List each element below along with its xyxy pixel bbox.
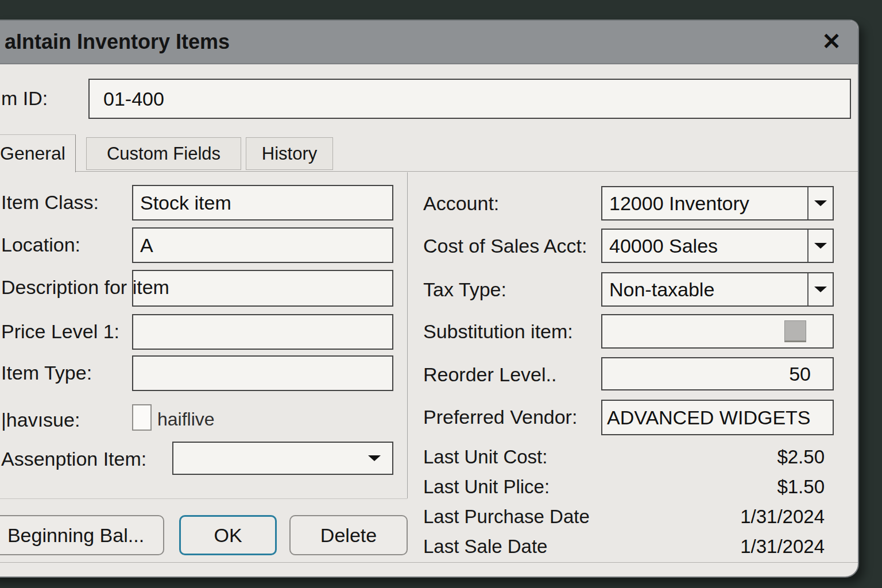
item-id-input[interactable]: 01-400 <box>88 79 851 119</box>
account-label: Account: <box>423 192 499 215</box>
price-level-input[interactable] <box>132 314 393 350</box>
delete-button[interactable]: Delete <box>289 515 408 555</box>
last-unit-price-label: Last Unit Plice: <box>423 476 550 498</box>
close-icon[interactable]: ✕ <box>818 28 845 55</box>
cost-of-sales-label: Cost of Sales Acct: <box>423 235 587 257</box>
item-id-label: m ID: <box>1 87 48 110</box>
tax-type-dropdown-button[interactable] <box>807 273 833 305</box>
dialog-title: aIntain Inventory Items <box>5 30 230 54</box>
last-unit-price-value: $1.50 <box>777 476 825 498</box>
tab-history[interactable]: History <box>246 137 333 170</box>
cost-of-sales-dropdown[interactable]: 40000 Sales <box>601 229 834 263</box>
item-type-label: Item Type: <box>1 362 92 384</box>
substitution-lookup-button[interactable] <box>784 320 806 342</box>
item-class-label: Item Class: <box>1 191 99 214</box>
ok-button[interactable]: OK <box>179 515 277 555</box>
description-input[interactable] <box>132 270 393 307</box>
account-dropdown-button[interactable] <box>807 187 833 219</box>
last-sale-date-value: 1/31/2024 <box>740 536 825 558</box>
reorder-level-input[interactable]: 50 <box>601 357 834 390</box>
preferred-vendor-input[interactable]: ADVANCED WIDGETS <box>601 400 834 435</box>
chevron-down-icon <box>814 287 827 292</box>
tab-custom-fields[interactable]: Custom Fields <box>86 137 241 170</box>
cost-of-sales-dropdown-button[interactable] <box>807 230 833 262</box>
tax-type-dropdown[interactable]: Non-taxable <box>601 272 834 307</box>
substitution-item-label: Substitution item: <box>423 320 573 343</box>
dialog-window: aIntain Inventory Items ✕ m ID: 01-400 G… <box>0 20 859 578</box>
price-level-label: Price Level 1: <box>1 320 119 343</box>
column-divider <box>407 172 408 498</box>
tab-panel-border <box>0 171 859 172</box>
cost-of-sales-value: 40000 Sales <box>609 235 718 257</box>
item-class-input[interactable]: Stock item <box>132 185 393 220</box>
account-dropdown[interactable]: 12000 Inventory <box>601 186 834 220</box>
beginning-balances-button[interactable]: Beginning Bal... <box>0 515 164 555</box>
assenption-item-dropdown[interactable] <box>172 442 393 475</box>
substitution-item-input[interactable] <box>601 314 834 349</box>
inactive-row-label: |havısue: <box>1 409 80 431</box>
desktop-background: aIntain Inventory Items ✕ m ID: 01-400 G… <box>0 0 882 588</box>
status-bar-divider <box>0 562 859 563</box>
chevron-down-icon <box>814 200 827 206</box>
chevron-down-icon <box>814 243 827 249</box>
preferred-vendor-label: Preferred Vendor: <box>423 406 577 428</box>
last-purchase-date-value: 1/31/2024 <box>740 506 825 528</box>
tax-type-label: Tax Type: <box>423 278 506 301</box>
inactive-checkbox-label: haiflive <box>157 409 215 430</box>
tax-type-value: Non-taxable <box>609 278 714 301</box>
location-input[interactable]: A <box>132 227 393 263</box>
account-value: 12000 Inventory <box>609 192 749 215</box>
last-sale-date-label: Last Sale Date <box>423 536 547 558</box>
chevron-down-icon <box>368 455 381 461</box>
last-purchase-date-label: Last Purchase Date <box>423 506 590 528</box>
title-bar[interactable]: aIntain Inventory Items ✕ <box>0 21 858 64</box>
description-label: Description for item <box>1 276 169 299</box>
inactive-checkbox[interactable] <box>132 404 152 431</box>
last-unit-cost-value: $2.50 <box>777 446 825 468</box>
last-unit-cost-label: Last Unit Cost: <box>423 446 547 468</box>
tab-general[interactable]: General <box>0 134 76 172</box>
reorder-level-label: Reorder Level.. <box>423 363 556 386</box>
item-type-input[interactable] <box>132 355 393 391</box>
location-label: Location: <box>1 234 80 256</box>
left-panel-bottom-border <box>0 498 407 499</box>
assenption-item-label: Assenption Item: <box>1 448 146 470</box>
